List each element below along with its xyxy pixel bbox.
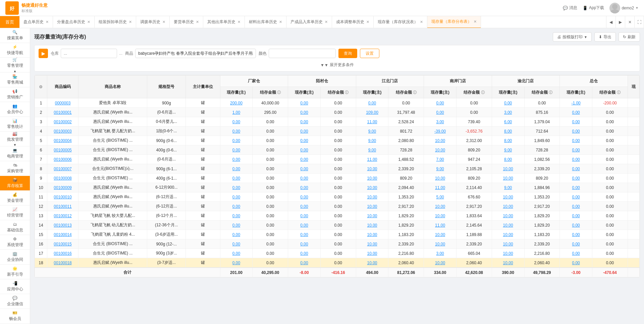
sidebar-item-quicknav[interactable]: ⚡ 快捷导航	[0, 43, 30, 58]
table-cell-code[interactable]: 0000003	[47, 98, 78, 108]
table-cell-qty[interactable]: 10.00	[356, 174, 388, 183]
table-cell-qty[interactable]: 0.00	[560, 211, 592, 221]
tab-close-icon[interactable]: ✕	[420, 20, 423, 24]
info-icon[interactable]: ⓘ	[345, 90, 348, 94]
table-cell-qty[interactable]: 0.00	[288, 174, 321, 183]
query-btn[interactable]: 查询	[338, 49, 357, 58]
table-cell-qty[interactable]: 10.00	[356, 221, 388, 230]
tab-branch-count[interactable]: 分量盘点单历史 ✕	[53, 16, 95, 28]
table-cell-qty[interactable]: 10.00	[492, 174, 524, 183]
table-cell-qty[interactable]: 3.00	[424, 249, 457, 258]
user-area[interactable]: demo2 ▼	[609, 3, 639, 13]
table-cell-qty[interactable]: 0.00	[424, 98, 457, 108]
table-cell-qty[interactable]: 9.00	[356, 145, 388, 155]
table-cell-qty[interactable]: 0.00	[288, 202, 321, 211]
info-icon[interactable]: ⓘ	[617, 90, 621, 94]
table-cell-qty[interactable]: 109.00	[356, 108, 388, 117]
table-cell-qty[interactable]: 0.00	[220, 183, 253, 192]
table-cell-qty[interactable]: 10.00	[356, 239, 388, 249]
table-cell-qty[interactable]: 0.00	[560, 221, 592, 230]
table-cell-qty[interactable]: 10.00	[356, 258, 388, 268]
sidebar-item-members[interactable]: 🎫 畅会员	[0, 309, 30, 324]
table-cell-qty[interactable]: 0.00	[288, 117, 321, 127]
table-cell-code[interactable]: 00100011	[47, 202, 78, 211]
info-icon[interactable]: ⓘ	[481, 90, 485, 94]
sidebar-item-search[interactable]: 🔍 搜索英单	[0, 28, 30, 43]
table-cell-qty[interactable]: 10.00	[424, 145, 457, 155]
table-cell-qty[interactable]: 0.00	[492, 98, 524, 108]
app-download-btn[interactable]: 📱 App下载	[583, 5, 604, 11]
table-cell-qty[interactable]: 0.00	[560, 127, 592, 136]
table-cell-qty[interactable]: 0.00	[424, 108, 457, 117]
tab-transfer[interactable]: 调拨单历史 ✕	[136, 16, 170, 28]
sidebar-item-inventory[interactable]: 📦 库存核算	[0, 176, 30, 191]
table-cell-qty[interactable]: -1.00	[560, 98, 592, 108]
tab-close-icon[interactable]: ✕	[366, 20, 369, 24]
tab-other-out[interactable]: 其他出库单历史 ✕	[203, 16, 245, 28]
table-cell-code[interactable]: 00100002	[47, 117, 78, 127]
tab-prev-btn[interactable]: ◀	[606, 16, 616, 28]
table-cell-qty[interactable]: 0.00	[288, 249, 321, 258]
table-cell-qty[interactable]: 0.00	[288, 258, 321, 268]
table-cell-qty[interactable]: 10.00	[492, 258, 524, 268]
table-cell-qty[interactable]: 0.00	[288, 136, 321, 145]
info-icon[interactable]: ⓘ	[277, 90, 281, 94]
sidebar-item-member[interactable]: 👥 会员中心	[0, 102, 30, 117]
sidebar-item-retail-shop[interactable]: 🏪 零售商城	[0, 73, 30, 87]
table-cell-qty[interactable]: 0.00	[288, 155, 321, 164]
table-cell-qty[interactable]: 10.00	[424, 211, 457, 221]
table-cell-qty[interactable]: 7.00	[424, 155, 457, 164]
table-cell-qty[interactable]: 0.00	[356, 98, 388, 108]
refresh-btn[interactable]: ↻ 刷新	[619, 32, 640, 42]
table-cell-qty[interactable]: 0.00	[220, 155, 253, 164]
sidebar-item-retail-stat[interactable]: 📊 零售统计	[0, 117, 30, 132]
table-cell-qty[interactable]: 10.00	[356, 192, 388, 202]
col-gear[interactable]: ⚙	[35, 76, 47, 98]
sidebar-item-corpwechat[interactable]: 💬 企业微信	[0, 294, 30, 309]
table-cell-qty[interactable]: 8.00	[492, 155, 524, 164]
table-cell-qty[interactable]: 0.00	[220, 117, 253, 127]
table-cell-qty[interactable]: 0.00	[288, 221, 321, 230]
tab-fullscreen-btn[interactable]: ⛶	[635, 16, 644, 28]
table-cell-qty[interactable]: 10.00	[492, 164, 524, 174]
tab-product-in[interactable]: 产成品入库单历史 ✕	[286, 16, 332, 28]
table-cell-qty[interactable]: 0.00	[560, 239, 592, 249]
table-cell-code[interactable]: 00100003	[47, 127, 78, 136]
table-cell-code[interactable]: 00100013	[47, 221, 78, 230]
table-cell-qty[interactable]: 0.00	[560, 202, 592, 211]
sidebar-item-marketing[interactable]: 📢 营销推广	[0, 87, 30, 102]
table-cell-qty[interactable]: 0.00	[560, 174, 592, 183]
table-cell-qty[interactable]: 10.00	[492, 249, 524, 258]
table-cell-qty[interactable]: 0.00	[220, 230, 253, 239]
table-cell-code[interactable]: 00100004	[47, 136, 78, 145]
info-icon[interactable]: ⓘ	[549, 90, 552, 94]
table-cell-qty[interactable]: 0.00	[560, 164, 592, 174]
table-cell-qty[interactable]: 10.00	[492, 192, 524, 202]
table-cell-qty[interactable]: 10.00	[492, 211, 524, 221]
goods-input[interactable]	[135, 49, 256, 58]
tab-cost-adjust[interactable]: 成本调整单历史 ✕	[332, 16, 374, 28]
table-cell-code[interactable]: 00100010	[47, 192, 78, 202]
tab-requisition[interactable]: 要货单历史 ✕	[170, 16, 203, 28]
table-cell-qty[interactable]: 5.00	[424, 192, 457, 202]
tab-close-icon[interactable]: ✕	[237, 20, 240, 24]
tab-close-icon[interactable]: ✕	[129, 20, 132, 24]
table-cell-qty[interactable]: 0.00	[288, 192, 321, 202]
table-cell-qty[interactable]: 10.00	[492, 239, 524, 249]
table-cell-qty[interactable]: 10.00	[356, 230, 388, 239]
sidebar-item-system[interactable]: ⚙ 系统管理	[0, 235, 30, 250]
color-input[interactable]	[269, 49, 336, 58]
table-cell-qty[interactable]: 0.00	[560, 249, 592, 258]
table-cell-code[interactable]: 00100008	[47, 174, 78, 183]
tab-close-icon[interactable]: ✕	[196, 20, 199, 24]
table-cell-qty[interactable]: 10.00	[356, 183, 388, 192]
table-cell-qty[interactable]: 0.00	[560, 230, 592, 239]
table-cell-qty[interactable]: 6.00	[492, 117, 524, 127]
table-cell-code[interactable]: 00100007	[47, 164, 78, 174]
sidebar-item-wholesale[interactable]: 🏭 批发管理 ▼	[0, 132, 30, 146]
table-cell-qty[interactable]: 10.00	[356, 211, 388, 221]
table-cell-qty[interactable]: 0.00	[220, 202, 253, 211]
table-cell-qty[interactable]: 10.00	[492, 202, 524, 211]
table-cell-qty[interactable]: 10.00	[492, 230, 524, 239]
tab-home[interactable]: 首页	[0, 16, 19, 28]
